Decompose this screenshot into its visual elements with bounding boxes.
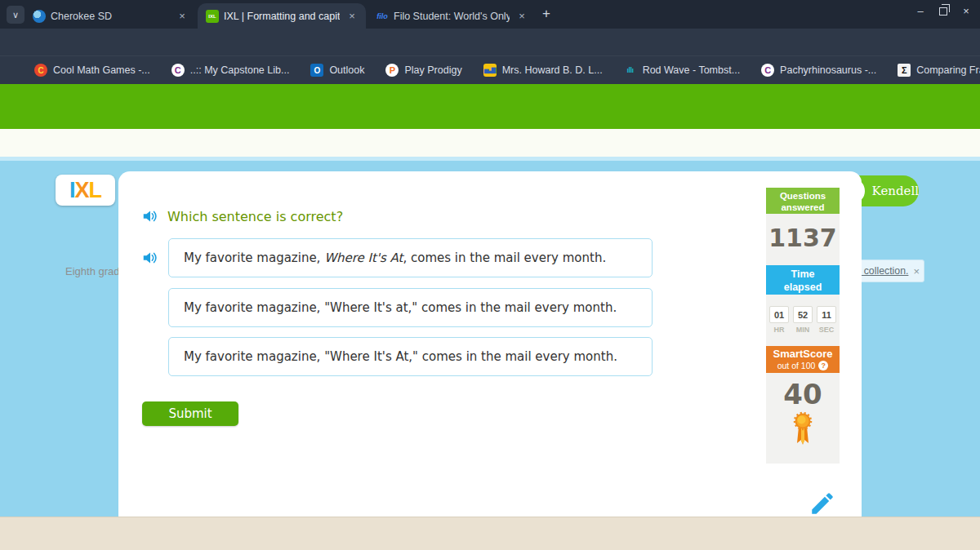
chart-icon: ▅▃▇: [483, 64, 497, 77]
smartscore-body: 40: [766, 373, 840, 464]
hours-label: HR: [769, 326, 789, 334]
close-tab-icon[interactable]: ×: [175, 9, 189, 24]
bookmark-item[interactable]: ▅▃▇Mrs. Howard B. D. L...: [483, 64, 603, 77]
bookmark-items: CCool Math Games -... C..:: My Capstone …: [34, 64, 980, 77]
answer-text-italic: Where It's At: [324, 251, 403, 265]
close-tab-icon[interactable]: ×: [345, 9, 359, 24]
bookmark-label: Outlook: [329, 64, 364, 76]
chevron-down-icon: ∨: [12, 10, 19, 20]
smartscore-sublabel: out of 100: [777, 361, 816, 370]
minimize-icon[interactable]: –: [913, 5, 928, 17]
bookmark-item[interactable]: OOutlook: [310, 64, 364, 77]
bookmark-label: ..:: My Capstone Lib...: [190, 64, 290, 76]
answer-option-2[interactable]: My favorite magazine, "Where It's at," c…: [168, 288, 653, 327]
minutes-label: MIN: [793, 326, 813, 334]
bookmark-label: Comparing Fractio...: [916, 64, 980, 76]
cisco-icon: ıllı: [624, 64, 637, 77]
answer-option-3[interactable]: My favorite magazine, "Where It's At," c…: [168, 337, 653, 376]
tab-title: Cherokee SD: [51, 11, 170, 22]
answer-text: , comes in the mail every month.: [403, 251, 606, 265]
restore-icon[interactable]: [939, 7, 947, 16]
bookmark-label: Mrs. Howard B. D. L...: [502, 64, 603, 76]
bookmark-item[interactable]: PPlay Prodigy: [385, 64, 461, 77]
tab-title: IXL | Formatting and capitalizi: [224, 11, 340, 22]
hours-value: 01: [769, 306, 789, 323]
label-line: Time: [766, 268, 840, 281]
bookmark-label: Rod Wave - Tombst...: [643, 64, 740, 76]
answer-text: My favorite magazine, "Where It's At," c…: [184, 349, 617, 364]
close-tab-icon[interactable]: ×: [514, 9, 529, 24]
banner-close-icon[interactable]: ×: [913, 265, 920, 277]
stats-panel: Questions answered 1137 Time elapsed 01 …: [766, 188, 840, 464]
tab-title: Filo Student: World's Only Live: [394, 11, 510, 22]
answer-option-1[interactable]: My favorite magazine, Where It's At, com…: [168, 238, 653, 277]
bookmarks-bar: CCool Math Games -... C..:: My Capstone …: [0, 55, 980, 84]
prodigy-icon: P: [385, 64, 399, 77]
questions-answered-value: 1137: [766, 214, 840, 265]
bookmark-item[interactable]: C..:: My Capstone Lib...: [172, 64, 290, 77]
bookmark-label: Play Prodigy: [404, 64, 461, 76]
coolmath-icon: C: [34, 64, 47, 77]
breadcrumb-bar: Eighth grade › XX.2 Formatting and capit…: [0, 129, 980, 157]
browser-tab[interactable]: filo Filo Student: World's Only Live ×: [368, 3, 536, 29]
bookmark-item[interactable]: CPachyrhinosaurus -...: [761, 64, 876, 77]
screen: ∨ Cherokee SD × IXL IXL | Formatting and…: [0, 0, 980, 550]
label-line: elapsed: [766, 281, 840, 294]
logo-letter: X: [75, 178, 89, 203]
profile-name: Kendell: [872, 184, 919, 198]
minutes-value: 52: [793, 306, 813, 323]
ixl-logo[interactable]: IXL: [56, 175, 115, 206]
tab-search-button[interactable]: ∨: [7, 6, 24, 24]
pachy-icon: C: [761, 64, 774, 77]
sigma-icon: Σ: [898, 64, 911, 77]
capstone-icon: C: [172, 64, 185, 77]
close-window-icon[interactable]: ×: [959, 5, 973, 17]
new-tab-button[interactable]: +: [542, 6, 550, 22]
submit-button[interactable]: Submit: [142, 401, 238, 426]
answer-text: My favorite magazine,: [184, 251, 324, 265]
outlook-icon: O: [310, 64, 323, 77]
smartscore-label: SmartScore: [766, 348, 840, 361]
bookmark-item[interactable]: ıllıRod Wave - Tombst...: [624, 64, 740, 77]
browser-tab-active[interactable]: IXL IXL | Formatting and capitalizi ×: [198, 3, 366, 29]
question-speaker-icon[interactable]: [141, 207, 159, 225]
divider-strip: [0, 157, 980, 161]
time-elapsed-header: Time elapsed: [766, 265, 840, 295]
bookmark-item[interactable]: ΣComparing Fractio...: [898, 64, 980, 77]
browser-toolbar: ← → ixl.com/ela/grade-8/formatting-and-c…: [0, 29, 980, 55]
bookmark-item[interactable]: CCool Math Games -...: [34, 64, 150, 77]
smartscore-value: 40: [766, 378, 840, 410]
breadcrumb-grade[interactable]: Eighth grade: [65, 265, 126, 277]
help-icon[interactable]: ?: [818, 361, 828, 370]
time-elapsed-body: 01 52 11 HR MIN SEC: [766, 295, 840, 346]
filo-favicon: filo: [376, 10, 389, 23]
tab-strip: ∨ Cherokee SD × IXL IXL | Formatting and…: [0, 0, 980, 29]
window-controls: – ×: [913, 5, 973, 17]
logo-letter: L: [89, 178, 102, 203]
label-line: answered: [766, 202, 840, 213]
bookmark-label: Pachyrhinosaurus -...: [780, 64, 876, 76]
browser-tab[interactable]: Cherokee SD ×: [24, 3, 196, 29]
bookmark-label: Cool Math Games -...: [53, 64, 150, 76]
seconds-label: SEC: [817, 326, 836, 334]
pencil-icon[interactable]: [808, 490, 836, 517]
question-text: Which sentence is correct?: [167, 209, 343, 224]
shelf: Desk 1 › P 1 Oct 7 6:40: [0, 517, 980, 550]
questions-answered-header: Questions answered: [766, 188, 840, 214]
ixl-header: IXL My IXL Learning Assessment Analytics…: [0, 84, 980, 129]
ixl-favicon: IXL: [206, 10, 219, 23]
ribbon-award-icon: [791, 410, 815, 448]
question-card: Which sentence is correct? My favorite m…: [118, 171, 862, 550]
answer-text: My favorite magazine, "Where It's at," c…: [184, 300, 617, 315]
label-line: Questions: [766, 190, 840, 202]
smartscore-header: SmartScore out of 100?: [766, 346, 840, 373]
answer-speaker-icon[interactable]: [141, 249, 159, 267]
cherokee-favicon: [33, 10, 46, 23]
seconds-value: 11: [817, 306, 836, 323]
